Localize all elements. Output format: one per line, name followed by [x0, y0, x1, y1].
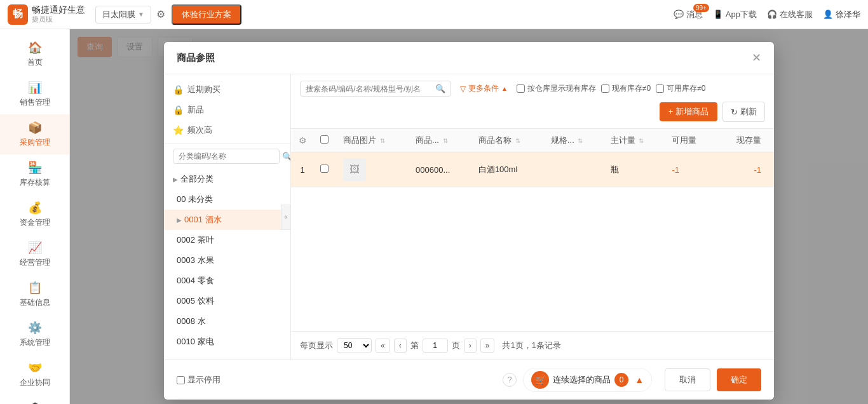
cancel-button[interactable]: 取消 — [665, 368, 710, 391]
system-icon: ⚙️ — [28, 321, 42, 335]
category-item-0010[interactable]: 0010 家电 — [164, 332, 290, 352]
sidebar-item-basic-info[interactable]: 📋 基础信息 — [0, 274, 69, 314]
stock-checkbox-label[interactable]: 现有库存≠0 — [601, 83, 651, 94]
user-item[interactable]: 👤 徐泽华 — [823, 9, 860, 20]
all-categories-item[interactable]: ▶ 全部分类 — [164, 169, 290, 189]
table-row[interactable]: 1 🖼 — [291, 152, 774, 187]
row-checkbox[interactable] — [320, 165, 329, 173]
toolbar-right: + 新增商品 ↻ 刷新 — [660, 102, 765, 122]
top-nav: 畅 畅捷通好生意 捷员版 日太阳膜 ▼ ⚙ 体验行业方案 💬 消息 99+ 📱 … — [0, 0, 868, 29]
footer-center: ? 🛒 连续选择的商品 0 ▲ — [503, 368, 652, 392]
product-search-input[interactable] — [306, 84, 433, 93]
product-table-wrap: ⚙ 商品图片 ⇅ — [291, 129, 774, 331]
product-image: 🖼 — [343, 158, 366, 181]
category-item-0008[interactable]: 0008 水 — [164, 311, 290, 332]
expand-icon: ▶ — [173, 176, 178, 183]
help-icon[interactable]: ? — [503, 373, 517, 387]
sidebar-item-inventory[interactable]: 🏪 库存核算 — [0, 154, 69, 194]
app-download-item[interactable]: 📱 App下载 — [713, 9, 757, 20]
search-icon[interactable]: 🔍 — [435, 84, 445, 93]
cart-area[interactable]: 🛒 连续选择的商品 0 ▲ — [523, 368, 652, 392]
warehouse-checkbox[interactable] — [517, 84, 525, 93]
modal-main: 🔍 ▽ 更多条件 ▲ 按仓库显示现有库存 — [291, 74, 774, 360]
sidebar-item-sales[interactable]: 📊 销售管理 — [0, 74, 69, 114]
sales-icon: 📊 — [28, 81, 42, 95]
sidebar-item-enterprise[interactable]: 🤝 企业协同 — [0, 354, 69, 394]
cell-num: 1 — [291, 152, 314, 187]
sort-icon-unit: ⇅ — [639, 137, 644, 144]
filter-button[interactable]: ▽ 更多条件 ▲ — [456, 81, 512, 97]
product-table: ⚙ 商品图片 ⇅ — [291, 129, 774, 187]
sidebar-collapse-button[interactable]: « — [281, 205, 291, 230]
last-page-button[interactable]: » — [480, 339, 495, 353]
modal-footer: 显示停用 ? 🛒 连续选择的商品 0 ▲ 取消 — [164, 360, 774, 400]
stock-checkbox[interactable] — [601, 84, 609, 93]
warehouse-checkbox-label[interactable]: 按仓库显示现有库存 — [517, 83, 596, 94]
branch-selector[interactable]: 日太阳膜 ▼ — [95, 6, 151, 24]
category-item-0002[interactable]: 0002 茶叶 — [164, 230, 290, 250]
refresh-button[interactable]: ↻ 刷新 — [722, 102, 765, 122]
show-disabled-label[interactable]: 显示停用 — [177, 374, 220, 386]
modal-sidebar: 🔒 近期购买 🔒 新品 ⭐ 频次高 — [164, 74, 291, 360]
purchase-icon: 📦 — [28, 121, 42, 135]
col-img: 商品图片 ⇅ — [337, 129, 409, 152]
finance-icon: 💰 — [28, 201, 42, 215]
cell-name: 白酒100ml — [472, 152, 545, 187]
logo-sub: 捷员版 — [32, 15, 85, 24]
category-item-0005[interactable]: 0005 饮料 — [164, 291, 290, 311]
first-page-button[interactable]: « — [376, 339, 390, 353]
category-item-0004[interactable]: 0004 零食 — [164, 271, 290, 291]
logo-text-area: 畅捷通好生意 捷员版 — [32, 4, 85, 25]
online-service-item[interactable]: 🎧 在线客服 — [767, 9, 813, 20]
add-product-button[interactable]: + 新增商品 — [660, 102, 717, 121]
category-search-icon[interactable]: 🔍 — [282, 152, 291, 161]
available-checkbox-label[interactable]: 可用库存≠0 — [656, 83, 705, 94]
logo-area: 畅 畅捷通好生意 捷员版 — [8, 4, 85, 25]
category-item-0001[interactable]: ▶ 0001 酒水 — [164, 210, 290, 230]
category-search-input[interactable] — [173, 149, 280, 164]
col-name: 商品名称 ⇅ — [472, 129, 545, 152]
table-header-row: ⚙ 商品图片 ⇅ — [291, 129, 774, 152]
select-all-checkbox[interactable] — [320, 135, 329, 144]
show-disabled-checkbox[interactable] — [177, 376, 185, 384]
chevron-up-icon: ▲ — [501, 85, 508, 92]
new-items-item[interactable]: 🔒 新品 — [164, 100, 290, 120]
sidebar-item-operation[interactable]: 📈 经营管理 — [0, 234, 69, 274]
experience-button[interactable]: 体验行业方案 — [172, 4, 241, 25]
sort-icon-img: ⇅ — [380, 137, 385, 144]
cart-collapse-icon[interactable]: ▲ — [635, 375, 644, 385]
settings-icon[interactable]: ⚙ — [156, 8, 165, 20]
modal-close-button[interactable]: ✕ — [752, 51, 761, 65]
page-input[interactable] — [423, 339, 448, 353]
avatar: 👤 — [823, 10, 833, 19]
category-item-0003[interactable]: 0003 水果 — [164, 250, 290, 271]
recent-buy-item[interactable]: 🔒 近期购买 — [164, 79, 290, 100]
cell-spec — [545, 152, 604, 187]
sort-icon-spec: ⇅ — [578, 137, 583, 144]
user-name: 徐泽华 — [836, 9, 860, 20]
category-item-00[interactable]: 00 未分类 — [164, 189, 290, 210]
notifications-item[interactable]: 💬 消息 99+ — [674, 9, 703, 20]
frequent-item[interactable]: ⭐ 频次高 — [164, 120, 290, 140]
modal-title: 商品参照 — [177, 52, 215, 64]
main-layout: 🏠 首页 📊 销售管理 📦 采购管理 🏪 库存核算 💰 资金管理 📈 经营管理 … — [0, 29, 868, 404]
sidebar-item-system[interactable]: ⚙️ 系统管理 — [0, 314, 69, 354]
sidebar-item-guide[interactable]: 🎓 新手引导 — [0, 394, 69, 404]
prev-page-button[interactable]: ‹ — [394, 339, 407, 353]
per-page-select[interactable]: 50 20 100 — [337, 338, 372, 353]
content-area: 查询 设置 刷新 商品参照 ✕ 🔒 近期购买 — [70, 29, 868, 404]
operation-icon: 📈 — [28, 241, 42, 255]
sidebar-item-finance[interactable]: 💰 资金管理 — [0, 194, 69, 234]
filter-icon: ▽ — [460, 84, 466, 93]
product-reference-modal: 商品参照 ✕ 🔒 近期购买 🔒 新品 — [164, 42, 774, 400]
sidebar-item-home[interactable]: 🏠 首页 — [0, 34, 69, 74]
confirm-button[interactable]: 确定 — [717, 368, 761, 391]
available-checkbox[interactable] — [656, 84, 664, 93]
logo-text: 畅捷通好生意 — [32, 4, 85, 15]
notifications-badge: 99+ — [693, 4, 709, 12]
sidebar-item-purchase[interactable]: 📦 采购管理 — [0, 114, 69, 154]
next-page-button[interactable]: › — [464, 339, 477, 353]
sidebar-divider — [164, 143, 290, 144]
pagination: 每页显示 50 20 100 « ‹ 第 页 › — [291, 331, 774, 360]
table-settings-icon[interactable]: ⚙ — [299, 135, 307, 145]
